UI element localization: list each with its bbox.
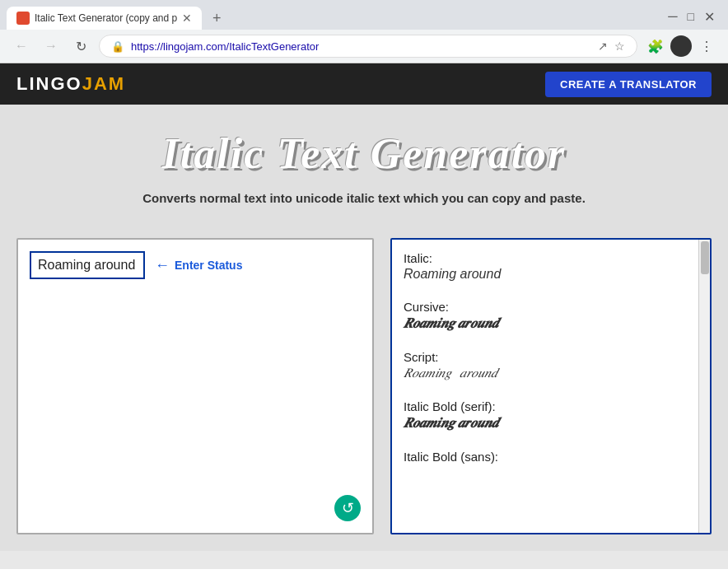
site-logo: LINGOJAM <box>16 73 125 95</box>
output-italic-bold-serif: Italic Bold (serif): 𝑹𝒐𝒂𝒎𝒊𝒏𝒈 𝒂𝒓𝒐𝒖𝒏𝒅 <box>404 399 698 432</box>
output-italic-bold-sans: Italic Bold (sans): <box>404 450 698 464</box>
tab-favicon <box>16 12 30 25</box>
output-panel: Italic: Roaming around Cursive: 𝑹𝒐𝒂𝒎𝒊𝒏𝒈 … <box>390 238 712 534</box>
output-italic: Italic: Roaming around <box>404 251 698 282</box>
site-header: LINGOJAM CREATE A TRANSLATOR <box>0 63 728 105</box>
tab-title: Italic Text Generator (copy and p <box>35 12 177 24</box>
extensions-icon[interactable]: 🧩 <box>644 35 667 58</box>
script-label: Script: <box>404 350 698 364</box>
back-button[interactable]: ← <box>10 35 33 58</box>
new-tab-button[interactable]: + <box>205 7 228 30</box>
italic-label: Italic: <box>404 251 698 265</box>
profile-icon[interactable] <box>670 35 692 57</box>
create-translator-button[interactable]: CREATE A TRANSLATOR <box>545 72 712 97</box>
copy-button[interactable]: ↺ <box>334 495 361 521</box>
page-content: LINGOJAM CREATE A TRANSLATOR Italic Text… <box>0 63 728 569</box>
page-title: Italic Text Generator <box>16 129 712 178</box>
cursive-label: Cursive: <box>404 300 698 314</box>
main-content: Roaming around ← Enter Status ↺ Italic: … <box>0 222 728 551</box>
italic-bold-sans-label: Italic Bold (sans): <box>404 450 698 464</box>
scrollbar[interactable] <box>698 240 710 533</box>
scrollbar-thumb[interactable] <box>701 241 709 274</box>
nav-bar: ← → ↻ 🔒 https://lingojam.com/ItalicTextG… <box>0 30 728 63</box>
arrow-icon: ← <box>155 257 170 274</box>
hero-section: Italic Text Generator Converts normal te… <box>0 105 728 222</box>
logo-jam: JAM <box>82 73 125 94</box>
tab-close-button[interactable]: ✕ <box>182 12 192 25</box>
more-menu-button[interactable]: ⋮ <box>695 35 718 58</box>
page-subtitle: Converts normal text into unicode italic… <box>76 191 652 205</box>
italic-bold-serif-value[interactable]: 𝑹𝒐𝒂𝒎𝒊𝒏𝒈 𝒂𝒓𝒐𝒖𝒏𝒅 <box>404 415 698 432</box>
italic-value[interactable]: Roaming around <box>404 267 698 282</box>
url-text: https://lingojam.com/ItalicTextGenerator <box>131 40 591 53</box>
bookmark-icon[interactable]: ☆ <box>614 40 625 53</box>
output-script: Script: 𝑅𝑜𝑎𝑚𝑖𝑛𝑔 𝑎𝑟𝑜𝑢𝑛𝑑 <box>404 350 698 381</box>
script-value[interactable]: 𝑅𝑜𝑎𝑚𝑖𝑛𝑔 𝑎𝑟𝑜𝑢𝑛𝑑 <box>404 366 698 381</box>
output-cursive: Cursive: 𝑹𝒐𝒂𝒎𝒊𝒏𝒈 𝒂𝒓𝒐𝒖𝒏𝒅 <box>404 300 698 332</box>
logo-lingo: LINGO <box>16 73 82 94</box>
arrow-label: ← Enter Status <box>155 257 242 274</box>
share-icon[interactable]: ↗ <box>598 40 608 53</box>
input-panel: Roaming around ← Enter Status ↺ <box>16 238 374 534</box>
input-row: Roaming around ← Enter Status <box>30 251 361 279</box>
cursive-value[interactable]: 𝑹𝒐𝒂𝒎𝒊𝒏𝒈 𝒂𝒓𝒐𝒖𝒏𝒅 <box>404 315 698 332</box>
lock-icon: 🔒 <box>111 40 124 53</box>
active-tab[interactable]: Italic Text Generator (copy and p ✕ <box>7 7 202 30</box>
maximize-button[interactable]: □ <box>688 10 694 23</box>
browser-chrome: Italic Text Generator (copy and p ✕ + ─ … <box>0 0 728 63</box>
enter-status-label: Enter Status <box>175 259 242 272</box>
tab-bar: Italic Text Generator (copy and p ✕ + ─ … <box>0 0 728 30</box>
address-bar[interactable]: 🔒 https://lingojam.com/ItalicTextGenerat… <box>99 35 637 58</box>
text-input[interactable]: Roaming around <box>30 251 145 279</box>
refresh-button[interactable]: ↻ <box>69 35 92 58</box>
close-button[interactable]: ✕ <box>704 9 715 25</box>
forward-button[interactable]: → <box>40 35 63 58</box>
italic-bold-serif-label: Italic Bold (serif): <box>404 399 698 413</box>
minimize-button[interactable]: ─ <box>668 9 677 24</box>
address-bar-icons: ↗ ☆ <box>598 40 625 53</box>
nav-extra-buttons: 🧩 ⋮ <box>644 35 718 58</box>
